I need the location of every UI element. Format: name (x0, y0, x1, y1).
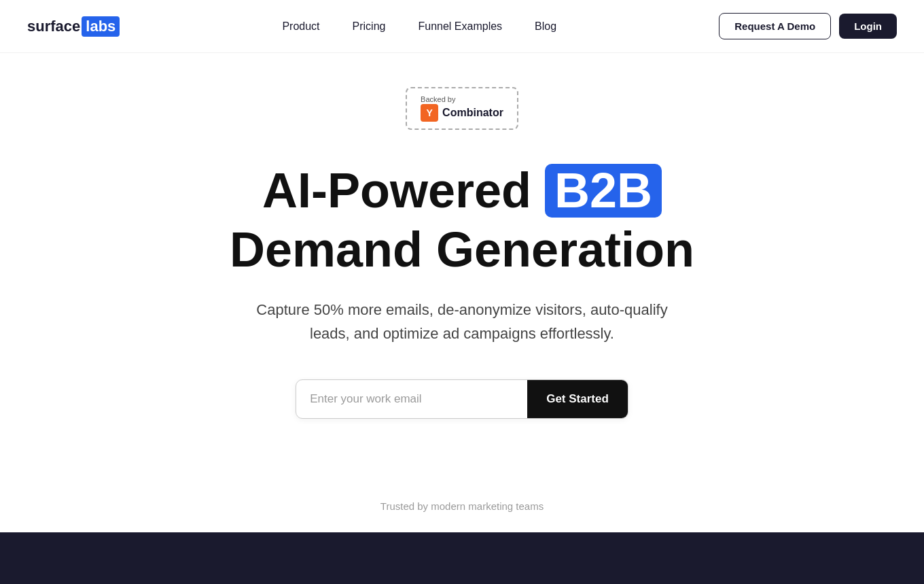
email-input[interactable] (296, 380, 527, 418)
cta-form: Get Started (296, 379, 628, 419)
trusted-text: Trusted by modern marketing teams (380, 500, 544, 512)
nav-links: Product Pricing Funnel Examples Blog (268, 15, 570, 38)
nav-link-pricing[interactable]: Pricing (339, 15, 399, 38)
nav-link-product[interactable]: Product (268, 15, 333, 38)
logo[interactable]: surfacelabs (27, 16, 120, 37)
dark-footer-strip (0, 532, 924, 584)
nav-link-blog[interactable]: Blog (521, 15, 570, 38)
headline-line2: Demand Generation (230, 223, 694, 277)
hero-headline: AI-Powered B2B Demand Generation (230, 164, 694, 277)
headline-ai-powered: AI-Powered (262, 163, 531, 218)
request-demo-button[interactable]: Request A Demo (719, 13, 831, 39)
yc-y-square: Y (421, 104, 438, 122)
headline-b2b-badge: B2B (545, 164, 662, 218)
yc-y-letter: Y (426, 107, 432, 118)
yc-combinator-text: Combinator (442, 107, 503, 119)
yc-backed-by-text: Backed by (421, 95, 455, 104)
navigation: surfacelabs Product Pricing Funnel Examp… (0, 0, 924, 53)
hero-subheadline: Capture 50% more emails, de-anonymize vi… (245, 298, 679, 345)
nav-link-funnel-examples[interactable]: Funnel Examples (404, 15, 516, 38)
login-button[interactable]: Login (839, 14, 897, 39)
logo-surface: surface (27, 18, 80, 35)
nav-actions: Request A Demo Login (719, 13, 897, 39)
yc-logo: Y Combinator (421, 104, 503, 122)
headline-line1: AI-Powered B2B (230, 164, 694, 218)
trusted-section: Trusted by modern marketing teams (0, 460, 924, 532)
hero-section: Backed by Y Combinator AI-Powered B2B De… (0, 53, 924, 460)
get-started-button[interactable]: Get Started (527, 380, 628, 418)
logo-labs: labs (82, 16, 120, 37)
yc-badge-content: Backed by Y Combinator (421, 95, 503, 122)
yc-badge: Backed by Y Combinator (406, 87, 518, 130)
